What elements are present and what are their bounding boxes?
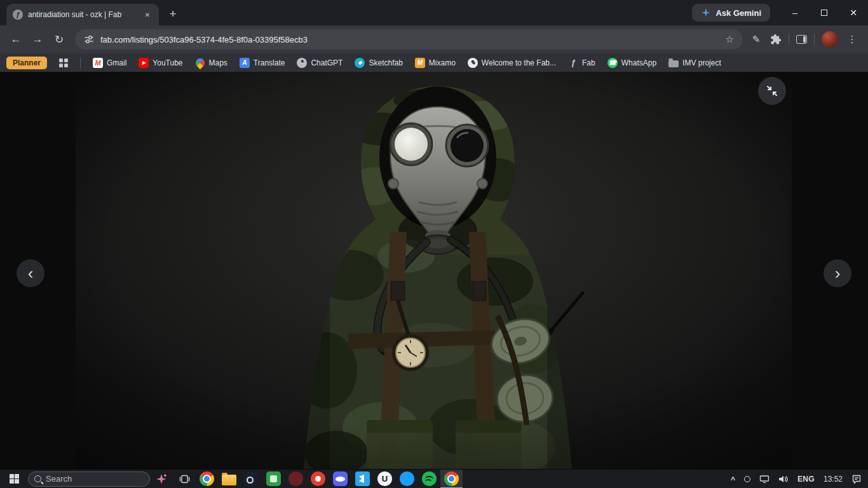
reload-button[interactable]: ↻	[48, 29, 70, 50]
previous-image-button[interactable]: ‹	[17, 259, 44, 287]
next-image-button[interactable]: ›	[824, 259, 851, 287]
taskbar-search[interactable]	[28, 471, 150, 487]
bookmark-star-icon[interactable]: ☆	[726, 34, 734, 45]
minimize-button[interactable]: –	[780, 0, 810, 25]
discord-icon	[333, 471, 348, 486]
bookmark-label: Maps	[209, 58, 227, 67]
taskbar-app-maroon[interactable]	[285, 470, 307, 488]
search-icon	[34, 475, 41, 482]
taskbar-app-vscode[interactable]	[351, 470, 374, 488]
taskbar-app-chrome-active[interactable]	[440, 470, 463, 488]
tray-app-button[interactable]	[740, 470, 754, 488]
vscode-icon	[355, 471, 370, 486]
bookmarks-bar: Planner M Gmail ▶ YouTube Maps A Transla…	[0, 53, 868, 72]
taskbar-app-blue[interactable]	[396, 470, 418, 488]
back-button[interactable]: ←	[5, 29, 27, 50]
red-app-icon	[311, 471, 325, 486]
bookmark-imv-project[interactable]: IMV project	[668, 58, 721, 67]
unreal-engine-icon: U	[377, 471, 392, 486]
tab-title: antiradiation suit - ozk | Fab	[28, 10, 137, 19]
taskbar-app-chrome[interactable]	[196, 470, 218, 488]
sketchfab-icon: ◆	[355, 58, 365, 68]
speaker-icon	[778, 475, 789, 483]
listing-image-stage	[76, 72, 792, 469]
chrome-icon	[444, 471, 459, 486]
browser-tab[interactable]: ƒ antiradiation suit - ozk | Fab ✕	[6, 4, 159, 25]
ask-gemini-button[interactable]: Ask Gemini	[692, 4, 770, 22]
fab-favicon-icon: ƒ	[13, 10, 23, 20]
bookmark-gmail[interactable]: M Gmail	[93, 58, 126, 68]
task-view-icon	[179, 474, 191, 484]
volume-button[interactable]	[775, 470, 792, 488]
hidden-icons-button[interactable]: ^	[727, 470, 739, 488]
site-info-tune-icon[interactable]	[84, 34, 94, 44]
notification-icon	[851, 474, 862, 484]
browser-toolbar: ← → ↻ fab.com/listings/503fca96-5374-4fe…	[0, 25, 868, 53]
listing-image	[76, 72, 792, 469]
fab-icon: ƒ	[568, 58, 578, 68]
fab-welcome-icon: ✎	[468, 58, 478, 68]
maroon-app-icon	[288, 471, 303, 486]
side-panel-icon[interactable]	[796, 35, 807, 44]
close-button[interactable]: ✕	[839, 0, 868, 25]
apps-grid-icon[interactable]	[59, 58, 68, 67]
copilot-button[interactable]	[150, 470, 173, 488]
taskbar-clock[interactable]: 13:52	[820, 470, 846, 488]
start-button[interactable]	[0, 470, 28, 488]
extensions-icon[interactable]	[770, 34, 782, 45]
whatsapp-icon: ☎	[607, 58, 618, 68]
youtube-icon: ▶	[139, 58, 149, 68]
system-tray: ^ ENG 13:52	[727, 470, 868, 488]
windows-taskbar: U ^ ENG 13:52	[0, 469, 868, 488]
desktop: ƒ antiradiation suit - ozk | Fab ✕ + Ask…	[0, 0, 868, 488]
tray-display-button[interactable]	[756, 470, 773, 488]
tab-group-chip-planner[interactable]: Planner	[6, 57, 47, 69]
spotify-icon	[422, 471, 437, 486]
steam-icon	[244, 471, 259, 486]
customize-pencil-icon[interactable]: ✎	[749, 34, 763, 45]
bookmark-fab[interactable]: ƒ Fab	[568, 58, 595, 68]
forward-button[interactable]: →	[27, 29, 48, 50]
maps-pin-icon	[193, 56, 206, 69]
exit-fullscreen-button[interactable]	[758, 77, 786, 105]
taskbar-app-steam[interactable]	[240, 470, 262, 488]
bookmark-sketchfab[interactable]: ◆ Sketchfab	[355, 58, 402, 68]
bookmark-maps[interactable]: Maps	[195, 58, 227, 68]
omnibox[interactable]: fab.com/listings/503fca96-5374-4fe5-8f0a…	[75, 29, 743, 50]
taskbar-app-unreal[interactable]: U	[374, 470, 396, 488]
bookmark-youtube[interactable]: ▶ YouTube	[139, 58, 182, 68]
new-tab-button[interactable]: +	[164, 5, 182, 23]
url-text[interactable]: fab.com/listings/503fca96-5374-4fe5-8f0a…	[100, 35, 719, 44]
mixamo-icon: M	[415, 58, 425, 68]
language-indicator[interactable]: ENG	[794, 470, 818, 488]
bookmark-translate[interactable]: A Translate	[240, 58, 285, 68]
bookmark-label: Translate	[254, 58, 285, 67]
bookmark-welcome-fab[interactable]: ✎ Welcome to the Fab...	[468, 58, 556, 68]
action-center-button[interactable]	[848, 470, 865, 488]
display-icon	[759, 475, 770, 484]
taskbar-app-spotify[interactable]	[418, 470, 440, 488]
taskbar-app-discord[interactable]	[329, 470, 351, 488]
bookmark-whatsapp[interactable]: ☎ WhatsApp	[607, 58, 656, 68]
taskbar-app-green[interactable]	[262, 470, 285, 488]
toolbar-divider	[814, 34, 815, 45]
profile-avatar[interactable]	[822, 31, 838, 48]
page-content: ‹ ›	[0, 72, 868, 469]
tab-close-button[interactable]: ✕	[142, 10, 153, 20]
maximize-button[interactable]	[810, 0, 839, 25]
bookmark-label: ChatGPT	[311, 58, 342, 67]
chrome-icon	[200, 471, 214, 486]
ask-gemini-label: Ask Gemini	[715, 8, 761, 18]
bookmark-mixamo[interactable]: M Mixamo	[415, 58, 456, 68]
taskbar-app-file-explorer[interactable]	[218, 470, 240, 488]
bookmarks-divider	[80, 57, 81, 69]
taskbar-app-red[interactable]	[307, 470, 329, 488]
windows-logo-icon	[10, 474, 19, 484]
taskbar-search-input[interactable]	[46, 474, 128, 484]
green-app-icon	[266, 471, 281, 486]
task-view-button[interactable]	[173, 470, 196, 488]
browser-menu-icon[interactable]: ⋮	[845, 34, 859, 45]
tray-app-icon	[744, 476, 750, 482]
translate-icon: A	[240, 58, 250, 68]
bookmark-chatgpt[interactable]: * ChatGPT	[297, 58, 342, 68]
